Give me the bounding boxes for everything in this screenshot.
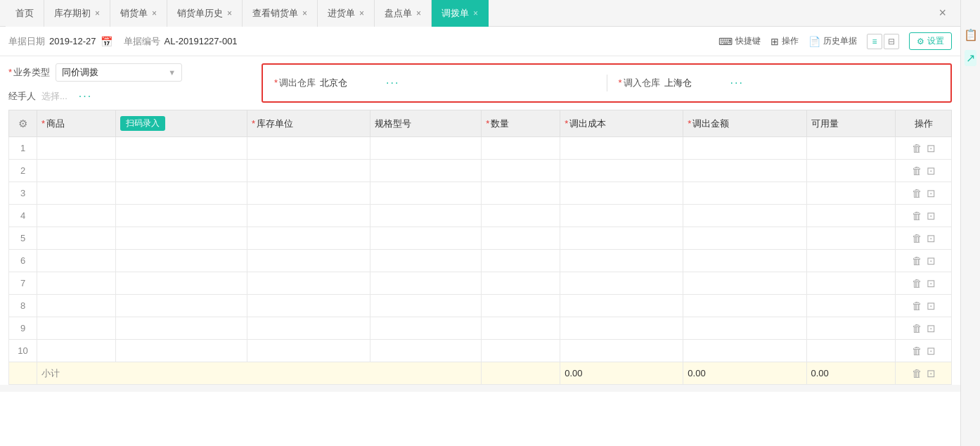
close-icon[interactable]: ×: [359, 8, 364, 18]
spec-cell-4[interactable]: [370, 227, 482, 250]
available-cell-9[interactable]: [806, 340, 895, 362]
close-icon[interactable]: ×: [152, 8, 157, 18]
copy-icon[interactable]: ⊡: [927, 300, 936, 312]
spec-cell-5[interactable]: [370, 250, 482, 272]
close-icon[interactable]: ×: [227, 8, 232, 18]
available-cell-7[interactable]: [806, 295, 895, 317]
amount-cell-7[interactable]: [683, 295, 806, 317]
qty-cell-4[interactable]: [482, 227, 560, 250]
qty-cell-2[interactable]: [482, 182, 560, 205]
tab-view-sales[interactable]: 查看销货单 ×: [243, 0, 318, 27]
copy-icon[interactable]: ⊡: [927, 210, 936, 222]
product-cell-9[interactable]: [37, 340, 116, 362]
tab-home[interactable]: 首页: [6, 0, 44, 27]
delete-icon[interactable]: 🗑: [912, 187, 922, 199]
qty-cell-6[interactable]: [482, 272, 560, 295]
amount-cell-8[interactable]: [683, 317, 806, 340]
product-cell-5[interactable]: [37, 250, 116, 272]
tab-sales-history[interactable]: 销货单历史 ×: [167, 0, 243, 27]
quick-keys-button[interactable]: ⌨ 快捷键: [718, 35, 761, 47]
delete-icon[interactable]: 🗑: [912, 345, 922, 357]
unit-cell-9[interactable]: [247, 340, 370, 362]
col-scan-header[interactable]: 扫码录入: [115, 110, 247, 137]
delete-icon[interactable]: 🗑: [912, 322, 922, 334]
settings-icon[interactable]: ⚙: [18, 117, 27, 129]
spec-cell-2[interactable]: [370, 182, 482, 205]
tab-inventory-check[interactable]: 盘点单 ×: [375, 0, 432, 27]
qty-cell-5[interactable]: [482, 250, 560, 272]
copy-icon[interactable]: ⊡: [927, 367, 936, 380]
delete-icon[interactable]: 🗑: [912, 232, 922, 244]
qty-cell-8[interactable]: [482, 317, 560, 340]
out-warehouse-more-button[interactable]: ···: [386, 77, 399, 89]
amount-cell-1[interactable]: [683, 160, 806, 182]
layout-toggle-1[interactable]: ≡: [867, 34, 882, 49]
cost-cell-0[interactable]: [560, 137, 683, 160]
spec-cell-6[interactable]: [370, 272, 482, 295]
delete-icon[interactable]: 🗑: [912, 142, 922, 154]
unit-cell-7[interactable]: [247, 295, 370, 317]
cost-cell-8[interactable]: [560, 317, 683, 340]
spec-cell-7[interactable]: [370, 295, 482, 317]
delete-icon[interactable]: 🗑: [912, 277, 922, 289]
close-icon[interactable]: ×: [473, 8, 478, 18]
tab-inventory-init[interactable]: 库存期初 ×: [44, 0, 110, 27]
available-cell-2[interactable]: [806, 182, 895, 205]
unit-cell-3[interactable]: [247, 205, 370, 227]
copy-icon[interactable]: ⊡: [927, 232, 936, 245]
copy-icon[interactable]: ⊡: [927, 187, 936, 200]
operations-button[interactable]: ⊞ 操作: [771, 35, 799, 47]
spec-cell-8[interactable]: [370, 317, 482, 340]
qty-cell-0[interactable]: [482, 137, 560, 160]
close-icon[interactable]: ×: [95, 8, 100, 18]
copy-icon[interactable]: ⊡: [927, 345, 936, 357]
unit-cell-5[interactable]: [247, 250, 370, 272]
close-icon[interactable]: ×: [416, 8, 421, 18]
unit-cell-1[interactable]: [247, 160, 370, 182]
cost-cell-9[interactable]: [560, 340, 683, 362]
available-cell-3[interactable]: [806, 205, 895, 227]
delete-icon[interactable]: 🗑: [912, 165, 922, 177]
cost-cell-3[interactable]: [560, 205, 683, 227]
amount-cell-0[interactable]: [683, 137, 806, 160]
scan-button[interactable]: 扫码录入: [120, 116, 165, 131]
horizontal-scrollbar[interactable]: [0, 385, 960, 392]
copy-icon[interactable]: ⊡: [927, 165, 936, 177]
available-cell-5[interactable]: [806, 250, 895, 272]
copy-icon[interactable]: ⊡: [927, 322, 936, 335]
product-cell-3[interactable]: [37, 205, 116, 227]
qty-cell-7[interactable]: [482, 295, 560, 317]
qty-cell-1[interactable]: [482, 160, 560, 182]
amount-cell-3[interactable]: [683, 205, 806, 227]
available-cell-4[interactable]: [806, 227, 895, 250]
spec-cell-9[interactable]: [370, 340, 482, 362]
cost-cell-1[interactable]: [560, 160, 683, 182]
product-cell-4[interactable]: [37, 227, 116, 250]
settings-button[interactable]: ⚙ 设置: [909, 32, 952, 50]
amount-cell-4[interactable]: [683, 227, 806, 250]
tab-transfer[interactable]: 调拨单 ×: [432, 0, 489, 27]
product-cell-2[interactable]: [37, 182, 116, 205]
cost-cell-7[interactable]: [560, 295, 683, 317]
available-cell-0[interactable]: [806, 137, 895, 160]
copy-icon[interactable]: ⊡: [927, 277, 936, 290]
person-more-button[interactable]: ···: [79, 90, 92, 103]
product-cell-1[interactable]: [37, 160, 116, 182]
available-cell-8[interactable]: [806, 317, 895, 340]
history-docs-button[interactable]: 📄 历史单据: [808, 35, 857, 47]
amount-cell-9[interactable]: [683, 340, 806, 362]
amount-cell-2[interactable]: [683, 182, 806, 205]
available-cell-6[interactable]: [806, 272, 895, 295]
tab-purchase[interactable]: 进货单 ×: [318, 0, 375, 27]
cost-cell-6[interactable]: [560, 272, 683, 295]
calendar-icon[interactable]: 📅: [101, 36, 112, 47]
qty-cell-3[interactable]: [482, 205, 560, 227]
spec-cell-0[interactable]: [370, 137, 482, 160]
unit-cell-0[interactable]: [247, 137, 370, 160]
spec-cell-3[interactable]: [370, 205, 482, 227]
tab-sales-order[interactable]: 销货单 ×: [110, 0, 167, 27]
delete-icon[interactable]: 🗑: [912, 300, 922, 312]
product-cell-7[interactable]: [37, 295, 116, 317]
copy-icon[interactable]: ⊡: [927, 142, 936, 155]
close-icon[interactable]: ×: [302, 8, 307, 18]
